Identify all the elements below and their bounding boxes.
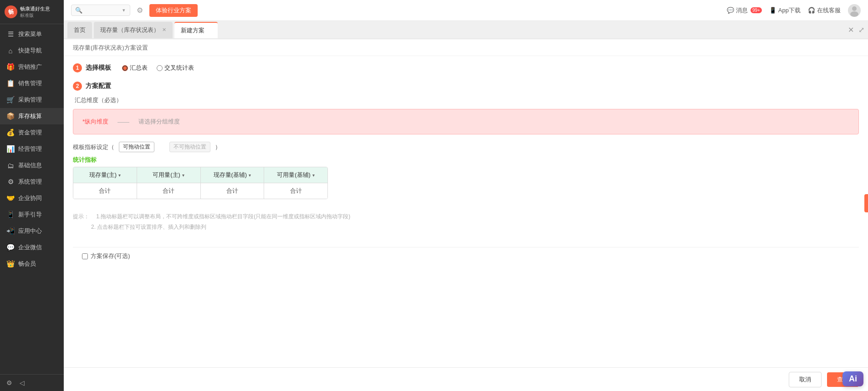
section-config: 2 方案配置 汇总维度（必选） *纵向维度 —— 请选择分组维度 模板指标设定（ [73, 82, 859, 238]
sidebar-item-operations[interactable]: 📊 经营管理 [0, 141, 64, 157]
template-radio-group: 汇总表 交叉统计表 [122, 64, 194, 72]
col-header-1[interactable]: 可用量(主) ▾ [137, 167, 201, 183]
col-header-0[interactable]: 现存量(主) ▾ [73, 167, 137, 183]
indicators-section: 模板指标设定（ 可拖动位置 不可拖动位置 ） [73, 142, 859, 152]
resize-handle[interactable] [864, 194, 868, 212]
purchase-icon: 🛒 [6, 96, 15, 104]
stats-label: 统计指标 [73, 156, 859, 164]
section1-num: 1 [73, 63, 82, 72]
topbar-right: 💬 消息 99+ 📱 App下载 🎧 在线客服 [727, 4, 861, 17]
sidebar-item-sales[interactable]: 📋 销售管理 [0, 75, 64, 92]
content-area: 现存量(库存状况表)方案设置 1 选择模板 汇总表 交叉统计表 [64, 39, 868, 367]
sidebar-item-marketing[interactable]: 🎁 营销推广 [0, 59, 64, 75]
topbar: 🔍 ▾ ⚙ 体验行业方案 💬 消息 99+ 📱 App下载 🎧 在线客服 [64, 0, 868, 21]
operations-icon: 📊 [6, 145, 15, 153]
new-guide-icon: 📱 [6, 211, 15, 219]
app-download-item[interactable]: 📱 App下载 [769, 6, 801, 15]
cell-0: 合计 [73, 183, 137, 199]
radio-summary[interactable]: 汇总表 [122, 64, 148, 72]
headset-icon: 🎧 [808, 7, 815, 14]
marketing-icon: 🎁 [6, 63, 15, 71]
sidebar-footer: ⚙ ◁ [0, 374, 64, 391]
svg-point-0 [852, 6, 857, 11]
col-header-2[interactable]: 现存量(基辅) ▾ [201, 167, 265, 183]
user-avatar[interactable] [848, 4, 861, 17]
table-row: 合计 合计 合计 合计 [73, 183, 327, 199]
trial-btn[interactable]: 体验行业方案 [149, 4, 198, 17]
sidebar-nav: ☰ 搜索菜单 ⌂ 快捷导航 🎁 营销推广 📋 销售管理 🛒 采购管理 📦 库存核… [0, 24, 64, 374]
radio-summary-input[interactable] [122, 65, 128, 71]
chevron-down-icon-1: ▾ [182, 173, 184, 178]
inventory-icon: 📦 [6, 112, 15, 120]
ai-badge[interactable]: Ai [842, 371, 863, 386]
dimension-placeholder: 请选择分组维度 [138, 118, 180, 126]
sidebar-item-finance[interactable]: 💰 资金管理 [0, 124, 64, 141]
section2-header: 2 方案配置 [73, 82, 859, 91]
app-download-icon: 📱 [769, 7, 776, 14]
sidebar-item-enterprise[interactable]: 🤝 企业协同 [0, 190, 64, 206]
app-name: 畅康通好生意 [20, 5, 50, 12]
search-box[interactable]: 🔍 ▾ [71, 5, 130, 16]
messages-item[interactable]: 💬 消息 99+ [727, 6, 762, 15]
expand-window-btn[interactable]: ⤢ [858, 26, 864, 34]
cell-1: 合计 [137, 183, 201, 199]
cell-2: 合计 [201, 183, 265, 199]
radio-cross[interactable]: 交叉统计表 [157, 64, 194, 72]
search-icon: 🔍 [75, 7, 82, 14]
sidebar-item-purchase[interactable]: 🛒 采购管理 [0, 92, 64, 108]
chevron-down-icon-2: ▾ [249, 173, 251, 178]
chevron-down-icon-0: ▾ [118, 173, 121, 178]
member-icon: 👑 [6, 260, 15, 268]
dimension-required-mark: *纵向维度 [82, 118, 108, 126]
settings-icon[interactable]: ⚙ [137, 6, 143, 15]
main-area: 🔍 ▾ ⚙ 体验行业方案 💬 消息 99+ 📱 App下载 🎧 在线客服 [64, 0, 868, 391]
footer-bar: 取消 查询 [64, 367, 868, 391]
search-input[interactable] [84, 7, 121, 14]
tab-home[interactable]: 首页 [67, 22, 92, 38]
tab-new-plan[interactable]: 新建方案 ✕ [174, 22, 218, 38]
section1-title: 选择模板 [86, 64, 111, 72]
sidebar-item-new-guide[interactable]: 📱 新手引导 [0, 206, 64, 223]
footer-settings-icon[interactable]: ⚙ [6, 379, 12, 386]
col-header-3[interactable]: 可用量(基辅) ▾ [264, 167, 327, 183]
not-draggable-tag: 不可拖动位置 [169, 142, 210, 152]
tip-prefix: 提示： 1.拖动标题栏可以调整布局，不可跨维度或指标区域拖动栏目字段(只能在同一… [73, 212, 859, 221]
tab-inventory-status-close[interactable]: ✕ [162, 27, 166, 33]
messages-icon: 💬 [727, 7, 734, 14]
tab-inventory-status[interactable]: 现存量（库存状况表） ✕ [94, 22, 173, 38]
aggregate-label: 汇总维度（必选） [73, 96, 859, 104]
data-table: 现存量(主) ▾ 可用量(主) ▾ 现存量(基辅) ▾ 可用量(基辅) [73, 167, 328, 199]
app-center-icon: 📲 [6, 227, 15, 235]
sidebar-item-basic-info[interactable]: 🗂 基础信息 [0, 157, 64, 174]
save-checkbox[interactable] [82, 253, 88, 259]
dimension-row[interactable]: *纵向维度 —— 请选择分组维度 [73, 109, 859, 134]
chevron-down-icon-3: ▾ [312, 173, 315, 178]
app-logo: 畅 畅康通好生意 标准版 [0, 0, 64, 24]
search-dropdown-icon[interactable]: ▾ [123, 7, 125, 13]
sidebar-item-inventory[interactable]: 📦 库存核算 [0, 108, 64, 124]
tip-2: 2. 点击标题栏下拉可设置排序、插入列和删除列 [73, 223, 859, 232]
save-label: 方案保存(可选) [91, 252, 130, 260]
tab-new-plan-close[interactable]: ✕ [207, 27, 211, 33]
save-option: 方案保存(可选) [73, 247, 859, 265]
sidebar-item-search-menu[interactable]: ☰ 搜索菜单 [0, 26, 64, 42]
cancel-button[interactable]: 取消 [789, 372, 822, 387]
sidebar-item-quick-nav[interactable]: ⌂ 快捷导航 [0, 42, 64, 59]
sidebar-item-enterprise-wx[interactable]: 💬 企业微信 [0, 239, 64, 256]
sidebar-item-system[interactable]: ⚙ 系统管理 [0, 174, 64, 190]
online-service-item[interactable]: 🎧 在线客服 [808, 6, 841, 15]
quick-nav-icon: ⌂ [6, 46, 15, 55]
draggable-tag: 可拖动位置 [119, 142, 154, 152]
enterprise-wx-icon: 💬 [6, 243, 15, 252]
system-icon: ⚙ [6, 178, 15, 186]
sidebar-item-app-center[interactable]: 📲 应用中心 [0, 223, 64, 239]
dimension-separator: —— [117, 118, 129, 125]
radio-cross-input[interactable] [157, 65, 163, 71]
search-menu-icon: ☰ [6, 30, 15, 38]
sidebar-item-member[interactable]: 👑 畅会员 [0, 256, 64, 272]
sidebar: 畅 畅康通好生意 标准版 ☰ 搜索菜单 ⌂ 快捷导航 🎁 营销推广 📋 销售管理… [0, 0, 64, 391]
footer-sound-icon[interactable]: ◁ [20, 379, 25, 386]
section2-num: 2 [73, 82, 82, 91]
panel: 1 选择模板 汇总表 交叉统计表 [64, 56, 868, 272]
close-window-btn[interactable]: ✕ [848, 26, 854, 34]
